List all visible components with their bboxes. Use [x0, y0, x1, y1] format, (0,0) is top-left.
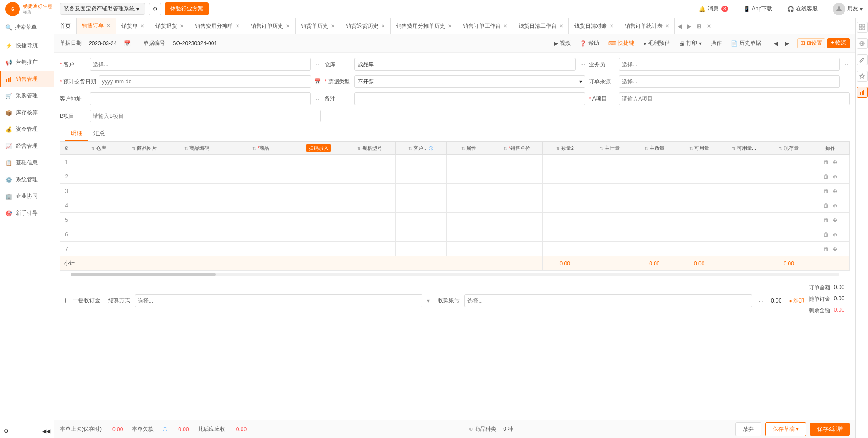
- customer-address-more-btn[interactable]: ···: [315, 95, 321, 102]
- tab-sales-refund-history[interactable]: 销货退货历史 ✕: [340, 18, 391, 34]
- right-panel-btn-3[interactable]: [857, 54, 868, 65]
- row-2-attr[interactable]: [446, 169, 491, 184]
- settings-button[interactable]: ⚙: [149, 3, 161, 15]
- row-1-copy-icon[interactable]: ⊕: [833, 159, 837, 165]
- row-2-qty2[interactable]: [543, 169, 587, 184]
- settings-panel-btn[interactable]: ⊞ ⊞设置: [797, 38, 825, 48]
- tab-sales-refund[interactable]: 销货退货 ✕: [150, 18, 189, 34]
- row-6-code[interactable]: [165, 227, 229, 242]
- tab-sales-order-history[interactable]: 销售订单历史 ✕: [245, 18, 296, 34]
- row-3-attr[interactable]: [446, 184, 491, 198]
- row-3-unit[interactable]: [491, 184, 543, 198]
- sidebar-item-enterprise[interactable]: 🏢 企业协同: [0, 188, 54, 205]
- row-7-attr[interactable]: [446, 242, 491, 256]
- sidebar-collapse-icon[interactable]: ◀◀: [42, 428, 50, 434]
- calendar-icon[interactable]: 📅: [124, 40, 131, 47]
- row-6-warehouse[interactable]: [73, 227, 124, 242]
- save-new-button[interactable]: 保存&新增: [810, 423, 850, 436]
- row-5-delete-icon[interactable]: 🗑: [824, 217, 829, 223]
- row-6-product[interactable]: [229, 227, 293, 242]
- row-7-main-qty[interactable]: [632, 242, 677, 256]
- sidebar-item-marketing[interactable]: 📢 营销推广: [0, 54, 54, 71]
- row-5-unit[interactable]: [491, 213, 543, 227]
- row-5-code[interactable]: [165, 213, 229, 227]
- row-6-delete-icon[interactable]: 🗑: [824, 231, 829, 238]
- scrollbar-track[interactable]: [71, 273, 839, 276]
- row-2-unit[interactable]: [491, 169, 543, 184]
- col-header-attr[interactable]: ⇅ 属性: [446, 142, 491, 155]
- row-5-qty2[interactable]: [543, 213, 587, 227]
- tab-next-btn[interactable]: ▶: [684, 18, 694, 34]
- system-selector[interactable]: 装备及固定资产辅助管理系统 ▾: [60, 3, 145, 15]
- tab-home[interactable]: 首页: [54, 18, 77, 34]
- tab-sales-order-history-close[interactable]: ✕: [286, 24, 290, 29]
- nav-prev-btn[interactable]: ◀: [771, 39, 781, 48]
- sidebar-search-area[interactable]: 🔍 搜索菜单: [0, 18, 54, 37]
- row-7-qty2[interactable]: [543, 242, 587, 256]
- row-7-unit[interactable]: [491, 242, 543, 256]
- tab-sales-fee-split[interactable]: 销售费用分摊单 ✕: [189, 18, 245, 34]
- right-panel-btn-4[interactable]: [857, 71, 868, 82]
- search-menu-button[interactable]: 🔍 搜索菜单: [4, 22, 50, 33]
- solution-button[interactable]: 体验行业方案: [165, 2, 209, 15]
- profit-btn[interactable]: ● 毛利预估: [640, 39, 673, 48]
- row-6-attr[interactable]: [446, 227, 491, 242]
- row-2-delete-icon[interactable]: 🗑: [824, 173, 829, 180]
- tab-sales-order-close[interactable]: ✕: [107, 23, 110, 28]
- tab-prev-btn[interactable]: ◀: [675, 18, 684, 34]
- tab-sales-refund-history-close[interactable]: ✕: [381, 24, 385, 29]
- tab-sales-order-workbench-close[interactable]: ✕: [504, 24, 507, 29]
- delivery-date-input[interactable]: [99, 75, 311, 88]
- print-btn[interactable]: 🖨 打印 ▾: [676, 39, 704, 48]
- add-logistics-btn[interactable]: + 物流: [827, 38, 850, 48]
- right-panel-btn-5[interactable]: [857, 87, 868, 98]
- row-4-customer-code[interactable]: [395, 198, 446, 213]
- user-area[interactable]: 用友 ▾: [833, 3, 863, 15]
- auto-collect-checkbox[interactable]: [65, 298, 71, 303]
- row-5-copy-icon[interactable]: ⊕: [833, 217, 837, 223]
- row-4-product[interactable]: [229, 198, 293, 213]
- row-6-customer-code[interactable]: [395, 227, 446, 242]
- discard-button[interactable]: 放弃: [735, 422, 761, 436]
- current-owe-icon[interactable]: ⓘ: [163, 426, 167, 433]
- tab-cash-daily-close[interactable]: ✕: [559, 24, 563, 29]
- tab-sales-return[interactable]: 销货单 ✕: [116, 18, 150, 34]
- order-source-input[interactable]: [619, 75, 840, 88]
- row-2-product[interactable]: [229, 169, 293, 184]
- save-draft-button[interactable]: 保存草稿 ▾: [765, 422, 806, 436]
- note-input[interactable]: [354, 92, 586, 105]
- row-1-product[interactable]: [229, 155, 293, 169]
- bank-account-more-btn[interactable]: ···: [758, 297, 764, 304]
- row-7-spec[interactable]: [344, 242, 395, 256]
- delivery-date-calendar-icon[interactable]: 📅: [314, 78, 321, 85]
- col-header-main-qty[interactable]: ⇅ 主数量: [632, 142, 677, 155]
- view-video-btn[interactable]: ▶ 视频: [551, 39, 573, 48]
- tab-sales-order[interactable]: 销售订单 ✕: [77, 18, 116, 34]
- row-5-customer-code[interactable]: [395, 213, 446, 227]
- row-1-attr[interactable]: [446, 155, 491, 169]
- operate-btn[interactable]: 操作: [708, 39, 724, 48]
- row-5-warehouse[interactable]: [73, 213, 124, 227]
- sidebar-item-finance[interactable]: 💰 资金管理: [0, 121, 54, 138]
- row-2-main-qty[interactable]: [632, 169, 677, 184]
- sidebar-settings-icon[interactable]: ⚙: [4, 428, 9, 434]
- tab-summary[interactable]: 汇总: [88, 127, 111, 141]
- notification-area[interactable]: 🔔 消息 8: [699, 5, 728, 13]
- tab-cash-daily[interactable]: 钱货日清工作台 ✕: [513, 18, 569, 34]
- tab-sales-refund-close[interactable]: ✕: [180, 24, 184, 29]
- tab-sales-fee-history[interactable]: 销售费用分摊单历史 ✕: [391, 18, 457, 34]
- salesperson-input[interactable]: [619, 58, 840, 71]
- row-6-qty2[interactable]: [543, 227, 587, 242]
- row-4-qty2[interactable]: [543, 198, 587, 213]
- help-btn[interactable]: ❓ 帮助: [577, 39, 602, 48]
- sidebar-item-purchase[interactable]: 🛒 采购管理: [0, 87, 54, 104]
- row-5-main-qty[interactable]: [632, 213, 677, 227]
- auto-collect-checkbox-label[interactable]: 一键收订金: [65, 297, 100, 304]
- payment-method-input[interactable]: [135, 294, 422, 307]
- add-payment-btn[interactable]: ● 添加: [789, 297, 804, 304]
- row-3-copy-icon[interactable]: ⊕: [833, 188, 837, 194]
- row-6-copy-icon[interactable]: ⊕: [833, 231, 837, 238]
- row-7-warehouse[interactable]: [73, 242, 124, 256]
- row-7-customer-code[interactable]: [395, 242, 446, 256]
- row-4-copy-icon[interactable]: ⊕: [833, 202, 837, 209]
